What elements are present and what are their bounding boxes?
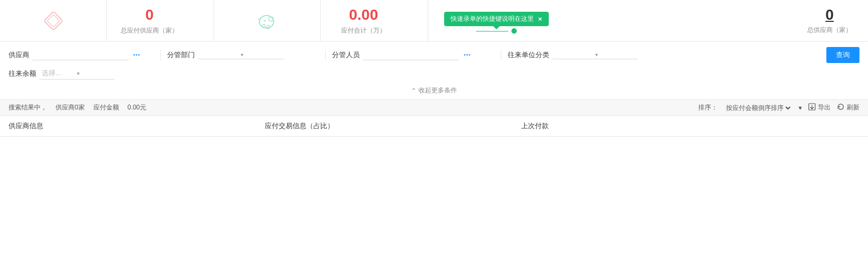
divider-1 bbox=[160, 50, 161, 60]
refresh-button[interactable]: 刷新 bbox=[837, 103, 859, 112]
balance-label: 往来余额 bbox=[9, 69, 36, 78]
table-body bbox=[0, 137, 868, 275]
total-supplier-right-num: 0 bbox=[825, 6, 834, 23]
filter-balance: 往来余额 选择... ▾ bbox=[9, 67, 126, 80]
svg-rect-0 bbox=[44, 11, 62, 30]
tooltip-line bbox=[476, 31, 508, 32]
svg-point-6 bbox=[264, 20, 265, 21]
filter-dept: 分管部门 ▾ bbox=[167, 50, 306, 60]
refresh-label: 刷新 bbox=[847, 103, 859, 112]
balance-placeholder: 选择... bbox=[42, 68, 77, 78]
svg-point-2 bbox=[259, 15, 274, 28]
total-supplier-card: 0 总供应商（家） bbox=[807, 6, 852, 35]
collapse-label: 收起更多条件 bbox=[419, 86, 457, 95]
summary-card-1-num: 0 总应付供应商（家） bbox=[107, 0, 214, 41]
filter-unit-class: 往来单位分类 ▾ bbox=[508, 50, 657, 60]
amount-value: 0.00元 bbox=[128, 103, 146, 112]
sort-label: 排序： bbox=[698, 103, 717, 112]
payable-total-num: 0.00 bbox=[349, 6, 378, 24]
sort-select[interactable]: 按应付会额倒序排序 bbox=[724, 104, 792, 112]
tooltip-text: 快速录单的快捷键说明在这里 bbox=[451, 14, 534, 23]
collapse-icon: ⌃ bbox=[411, 87, 416, 95]
balance-select[interactable]: 选择... ▾ bbox=[40, 67, 114, 80]
summary-bar: 0 总应付供应商（家） 0.00 应付合计（万） 快速录单的快捷键说明在这里 × bbox=[0, 0, 868, 42]
dept-caret: ▾ bbox=[241, 52, 281, 58]
tooltip-bubble[interactable]: 快速录单的快捷键说明在这里 × bbox=[444, 12, 549, 26]
supplier-count: 供应商0家 bbox=[56, 103, 85, 112]
search-result-text: 搜索结果中， bbox=[9, 103, 47, 112]
tooltip-close[interactable]: × bbox=[538, 15, 542, 23]
divider-3 bbox=[501, 50, 501, 60]
supplier-ellipsis[interactable]: ··· bbox=[132, 50, 141, 60]
table-header: 供应商信息 应付交易信息（占比） 上次付款 bbox=[0, 116, 868, 137]
col-header-lastpay: 上次付款 bbox=[521, 121, 859, 131]
collapse-row: ⌃ 收起更多条件 bbox=[9, 84, 859, 99]
export-button[interactable]: 导出 bbox=[808, 103, 831, 112]
piggy-icon bbox=[254, 7, 281, 34]
summary-card-1 bbox=[0, 0, 107, 41]
supplier-input[interactable] bbox=[33, 50, 129, 60]
total-supplier-label: 总应付供应商（家） bbox=[121, 26, 178, 35]
col-header-payable: 应付交易信息（占比） bbox=[265, 121, 521, 131]
result-left-info: 搜索结果中， 供应商0家 应付金额 0.00元 bbox=[9, 103, 146, 112]
filter-supplier: 供应商 ··· bbox=[9, 50, 141, 60]
filter-person: 分管人员 ··· bbox=[332, 50, 482, 60]
balance-caret: ▾ bbox=[77, 70, 112, 76]
summary-card-2-icon bbox=[214, 0, 321, 41]
person-label: 分管人员 bbox=[332, 50, 360, 60]
filter-row-1: 供应商 ··· 分管部门 ▾ 分管人员 ··· 往来单位分类 ▾ bbox=[9, 47, 859, 63]
person-ellipsis[interactable]: ··· bbox=[462, 50, 471, 60]
col-header-supplier: 供应商信息 bbox=[9, 121, 265, 131]
sort-caret-icon: ▾ bbox=[799, 104, 802, 112]
collapse-button[interactable]: ⌃ 收起更多条件 bbox=[411, 86, 457, 95]
diamond-icon bbox=[40, 7, 67, 34]
unit-class-caret: ▾ bbox=[595, 52, 636, 58]
refresh-icon bbox=[837, 103, 845, 112]
filter-row-2: 往来余额 选择... ▾ bbox=[9, 67, 859, 80]
query-btn-wrap: 查询 bbox=[826, 47, 859, 63]
total-supplier-num: 0 bbox=[145, 6, 154, 24]
amount-label: 应付金额 bbox=[93, 103, 119, 112]
tooltip-dot bbox=[511, 28, 517, 34]
payable-total-label: 应付合计（万） bbox=[341, 26, 386, 35]
supplier-label: 供应商 bbox=[9, 50, 29, 60]
tooltip-area: 快速录单的快捷键说明在这里 × bbox=[444, 7, 549, 34]
export-label: 导出 bbox=[818, 103, 831, 112]
filter-bar: 供应商 ··· 分管部门 ▾ 分管人员 ··· 往来单位分类 ▾ bbox=[0, 42, 868, 100]
unit-class-label: 往来单位分类 bbox=[508, 50, 549, 60]
export-icon bbox=[808, 103, 816, 112]
dept-select[interactable]: ▾ bbox=[198, 51, 283, 59]
summary-card-2-num: 0.00 应付合计（万） bbox=[321, 0, 428, 41]
dept-label: 分管部门 bbox=[167, 50, 195, 60]
result-right-actions: 排序： 按应付会额倒序排序 ▾ 导出 刷新 bbox=[698, 103, 859, 112]
unit-class-select[interactable]: ▾ bbox=[553, 51, 638, 59]
person-input[interactable] bbox=[363, 50, 459, 60]
result-bar: 搜索结果中， 供应商0家 应付金额 0.00元 排序： 按应付会额倒序排序 ▾ … bbox=[0, 100, 868, 116]
total-supplier-right-label: 总供应商（家） bbox=[807, 26, 852, 35]
query-button[interactable]: 查询 bbox=[826, 47, 859, 63]
divider-2 bbox=[325, 50, 326, 60]
